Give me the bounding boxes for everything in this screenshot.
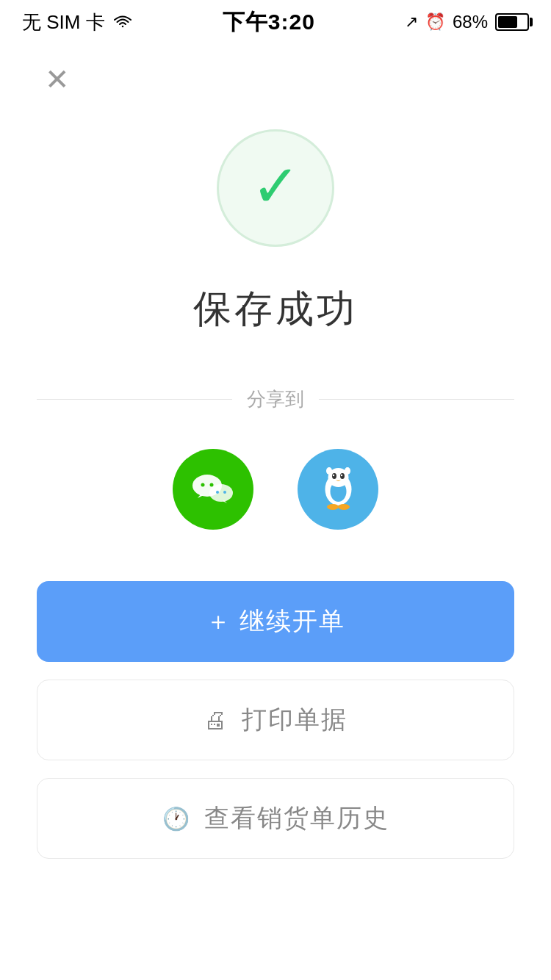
divider-left [37, 399, 232, 400]
clock-icon: 🕐 [162, 806, 191, 832]
close-button[interactable]: ✕ [37, 59, 78, 100]
svg-point-14 [338, 504, 350, 510]
qq-icon [314, 466, 362, 514]
svg-point-4 [216, 491, 219, 494]
printer-icon: 🖨 [204, 707, 228, 734]
center-section: ✓ 保存成功 分享到 [37, 129, 514, 859]
print-button[interactable]: 🖨 打印单据 [37, 680, 514, 760]
share-divider: 分享到 [37, 386, 514, 412]
success-title: 保存成功 [193, 284, 358, 335]
print-label: 打印单据 [242, 703, 347, 737]
status-bar: 无 SIM 卡 下午3:20 ↗ ⏰ 68% [0, 0, 551, 44]
status-right: ↗ ⏰ 68% [405, 12, 529, 32]
battery-fill [498, 16, 517, 28]
carrier-text: 无 SIM 卡 [22, 10, 105, 35]
share-label: 分享到 [247, 386, 304, 412]
continue-label: 继续开单 [240, 605, 345, 638]
svg-point-1 [209, 484, 233, 502]
svg-point-9 [332, 473, 336, 479]
main-content: ✕ ✓ 保存成功 分享到 [0, 44, 551, 903]
battery-icon [495, 13, 529, 31]
alarm-icon: ⏰ [425, 12, 445, 32]
qq-share-button[interactable] [298, 449, 378, 530]
svg-point-13 [327, 504, 339, 510]
success-circle: ✓ [217, 129, 334, 247]
share-icons [173, 449, 378, 530]
svg-point-3 [210, 483, 214, 487]
action-buttons: ＋ 继续开单 🖨 打印单据 🕐 查看销货单历史 [37, 581, 514, 859]
svg-point-10 [340, 473, 345, 479]
continue-button[interactable]: ＋ 继续开单 [37, 581, 514, 662]
history-label: 查看销货单历史 [204, 801, 389, 835]
wechat-icon [187, 464, 239, 515]
svg-point-15 [326, 467, 332, 475]
close-icon: ✕ [45, 65, 70, 94]
plus-icon: ＋ [206, 605, 232, 638]
svg-point-16 [345, 467, 350, 475]
share-section: 分享到 [37, 386, 514, 530]
status-time: 下午3:20 [223, 7, 315, 37]
svg-point-5 [223, 491, 226, 494]
battery-percent: 68% [453, 12, 488, 32]
wifi-icon [112, 15, 133, 29]
status-left: 无 SIM 卡 [22, 10, 133, 35]
divider-right [319, 399, 514, 400]
svg-point-11 [332, 474, 334, 475]
location-icon: ↗ [405, 12, 418, 32]
history-button[interactable]: 🕐 查看销货单历史 [37, 778, 514, 859]
wechat-share-button[interactable] [173, 449, 253, 530]
svg-point-12 [340, 474, 342, 475]
checkmark-icon: ✓ [251, 157, 300, 216]
svg-point-2 [201, 483, 205, 487]
